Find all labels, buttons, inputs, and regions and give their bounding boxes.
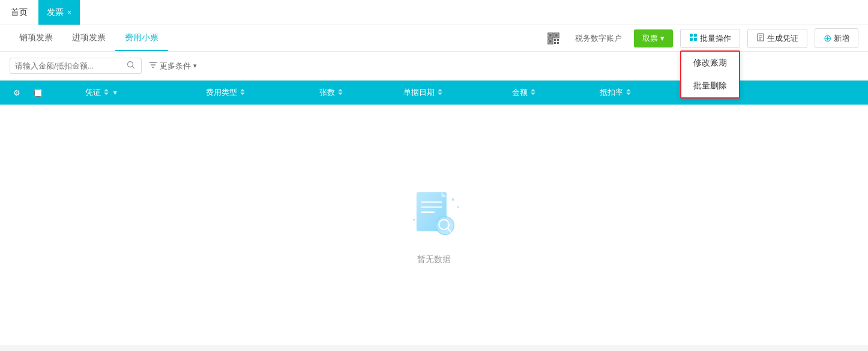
- svg-rect-6: [554, 39, 556, 41]
- col-deduct-rate: 抵扣率: [570, 87, 662, 98]
- col-amount: 金额: [478, 87, 570, 98]
- col-count: 张数: [295, 87, 368, 98]
- svg-marker-28: [338, 93, 343, 95]
- filter-icon: [149, 61, 157, 71]
- more-conditions-button[interactable]: 更多条件 ▾: [149, 61, 197, 72]
- batch-delete[interactable]: 批量删除: [681, 75, 739, 97]
- svg-marker-23: [104, 89, 109, 91]
- svg-marker-24: [104, 93, 109, 95]
- generate-voucher-button[interactable]: 生成凭证: [747, 29, 807, 48]
- svg-line-19: [133, 67, 134, 69]
- tab-expense-receipt[interactable]: 费用小票: [115, 25, 168, 51]
- home-tab[interactable]: 首页: [0, 0, 38, 25]
- search-input[interactable]: [15, 61, 123, 70]
- new-icon: ⊕: [824, 32, 831, 44]
- amount-sort-icon: [530, 88, 536, 97]
- take-ticket-button[interactable]: 取票 ▾: [634, 29, 673, 47]
- new-entry-button[interactable]: ⊕ 新增: [815, 28, 858, 48]
- empty-text: 暂无数据: [417, 254, 451, 265]
- svg-rect-3: [555, 34, 558, 37]
- sub-tabs-bar: 销项发票 进项发票 费用小票: [0, 25, 868, 52]
- toolbar-right: 税务数字账户 取票 ▾ 批量操作: [544, 28, 858, 48]
- col-checkbox[interactable]: [29, 89, 47, 97]
- home-label: 首页: [11, 7, 28, 18]
- svg-marker-27: [338, 89, 343, 91]
- col-settings[interactable]: ⚙: [5, 88, 29, 97]
- svg-marker-33: [626, 89, 631, 91]
- more-conditions-dropdown-icon: ▾: [193, 62, 197, 70]
- col-voucher: 凭证 ▼: [47, 87, 157, 98]
- count-sort-icon: [337, 88, 343, 97]
- svg-rect-9: [557, 42, 559, 44]
- voucher-filter-icon[interactable]: ▼: [112, 89, 118, 96]
- svg-marker-25: [240, 89, 245, 91]
- batch-modify-period[interactable]: 修改账期: [681, 52, 739, 75]
- svg-rect-11: [694, 34, 697, 37]
- svg-point-45: [457, 206, 459, 208]
- svg-marker-26: [240, 93, 245, 95]
- svg-rect-10: [690, 34, 693, 37]
- tab-sales-invoice[interactable]: 销项发票: [10, 25, 62, 51]
- qr-code-button[interactable]: [544, 29, 563, 48]
- svg-rect-1: [549, 34, 552, 37]
- svg-marker-34: [626, 93, 631, 95]
- invoice-tab-label: 发票: [47, 7, 64, 18]
- invoice-tab-close[interactable]: ×: [67, 8, 71, 17]
- date-sort-icon: [437, 88, 443, 97]
- batch-icon: [689, 33, 698, 43]
- svg-rect-12: [690, 38, 693, 41]
- svg-rect-13: [694, 38, 697, 41]
- table-area: ⚙ 凭证 ▼ 费用类型: [0, 81, 868, 345]
- voucher-sort-icon: [103, 88, 109, 97]
- empty-state: 暂无数据: [0, 105, 868, 345]
- svg-rect-8: [554, 42, 556, 44]
- col-expense-type: 费用类型: [157, 87, 294, 98]
- empty-illustration: [404, 185, 464, 245]
- tab-purchase-invoice[interactable]: 进项发票: [62, 25, 115, 51]
- batch-ops-button[interactable]: 批量操作: [680, 29, 740, 48]
- svg-rect-5: [549, 40, 552, 43]
- deductrate-sort-icon: [625, 88, 631, 97]
- svg-marker-30: [438, 93, 442, 95]
- batch-ops-dropdown: 修改账期 批量删除: [680, 50, 740, 99]
- select-all-checkbox[interactable]: [34, 89, 42, 97]
- generate-icon: [756, 33, 765, 43]
- expense-sort-icon: [240, 88, 246, 97]
- svg-point-46: [413, 219, 415, 221]
- batch-ops-container: 批量操作 修改账期 批量删除: [680, 29, 740, 48]
- sub-tabs-left: 销项发票 进项发票 费用小票: [10, 25, 168, 51]
- svg-marker-29: [438, 89, 442, 91]
- search-icon[interactable]: [127, 61, 135, 71]
- invoice-tab[interactable]: 发票 ×: [38, 0, 80, 25]
- col-date: 单据日期: [368, 87, 478, 98]
- tax-account-button[interactable]: 税务数字账户: [570, 33, 627, 44]
- svg-marker-32: [531, 93, 535, 95]
- take-dropdown-icon: ▾: [660, 34, 665, 43]
- svg-marker-31: [531, 89, 535, 91]
- svg-rect-7: [557, 39, 559, 41]
- svg-point-44: [452, 198, 454, 201]
- search-box: [10, 58, 142, 74]
